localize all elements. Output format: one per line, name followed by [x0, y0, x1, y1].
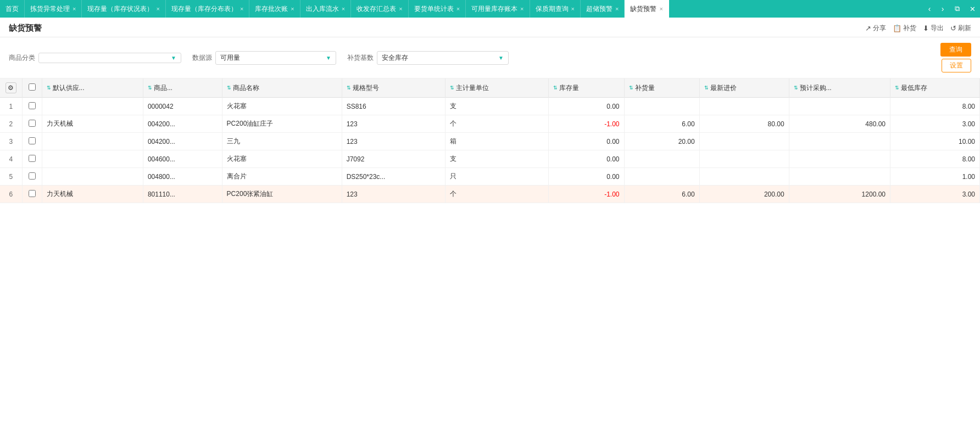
row-num-4: 4 — [0, 150, 22, 168]
tab-available[interactable]: 可用量库存账本 × — [466, 0, 530, 18]
tab-available-close[interactable]: × — [520, 5, 524, 12]
row-num-6: 6 — [0, 186, 22, 203]
tab-collect-close[interactable]: × — [399, 5, 402, 12]
col-supplier[interactable]: ⇅默认供应... — [42, 79, 143, 98]
row-checkbox-5[interactable] — [22, 168, 42, 186]
share-icon: ↗ — [865, 24, 871, 32]
data-table: ⚙ ⇅默认供应... ⇅商品... ⇅商品名称 ⇅规格型号 — [0, 79, 980, 203]
replenish-base-select[interactable]: 安全库存 ▼ — [377, 51, 509, 65]
row-unit-3: 箱 — [445, 133, 549, 150]
sort-icon: ⇅ — [553, 85, 558, 91]
row-latest-price-4 — [699, 150, 789, 168]
table-body: 1 0000042 火花塞 SS816 支 0.00 8.00 2 力天机械 0… — [0, 98, 980, 203]
refresh-btn[interactable]: ↺ 刷新 — [950, 24, 971, 33]
row-supplier-6: 力天机械 — [42, 186, 143, 203]
col-estimated[interactable]: ⇅预计采购... — [789, 79, 890, 98]
row-name-3: 三九 — [222, 133, 342, 150]
sort-icon: ⇅ — [895, 85, 899, 91]
row-checkbox-2[interactable] — [22, 115, 42, 133]
row-code-2: 004200... — [143, 115, 222, 133]
replenish-btn[interactable]: 📋 补货 — [893, 24, 916, 33]
sort-icon: ⇅ — [629, 85, 633, 91]
row-unit-5: 只 — [445, 168, 549, 186]
tab-restore-btn[interactable]: ⧉ — [949, 0, 965, 18]
row-estimated-3 — [789, 133, 890, 150]
sort-icon: ⇅ — [794, 85, 798, 91]
row-replenish-3: 20.00 — [624, 133, 699, 150]
tab-inventory-dist[interactable]: 现存量（库存分布表） × — [166, 0, 249, 18]
tab-shortage-close[interactable]: × — [659, 5, 662, 12]
col-unit[interactable]: ⇅主计量单位 — [445, 79, 549, 98]
tab-inout-close[interactable]: × — [342, 5, 345, 12]
row-checkbox-1[interactable] — [22, 98, 42, 115]
col-latest-price[interactable]: ⇅最新进价 — [699, 79, 789, 98]
column-settings-icon[interactable]: ⚙ — [5, 82, 16, 93]
row-num-1: 1 — [0, 98, 22, 115]
category-arrow-icon: ▼ — [171, 55, 176, 61]
table-row: 4 004600... 火花塞 J7092 支 0.00 8.00 — [0, 150, 980, 168]
row-replenish-5 — [624, 168, 699, 186]
tab-batch-close[interactable]: × — [291, 5, 294, 12]
row-replenish-1 — [624, 98, 699, 115]
row-supplier-5 — [42, 168, 143, 186]
tab-batch[interactable]: 库存批次账 × — [249, 0, 300, 18]
tab-shortage[interactable]: 缺货预警 × — [625, 0, 669, 18]
tab-overstock-close[interactable]: × — [615, 5, 619, 12]
tab-requisition-close[interactable]: × — [456, 5, 460, 12]
replenish-base-arrow-icon: ▼ — [498, 55, 504, 61]
tab-inventory-status[interactable]: 现存量（库存状况表） × — [82, 0, 165, 18]
tab-expiry[interactable]: 保质期查询 × — [530, 0, 581, 18]
row-checkbox-4[interactable] — [22, 150, 42, 168]
tab-next-btn[interactable]: › — [936, 0, 949, 18]
row-min-stock-3: 10.00 — [890, 133, 980, 150]
row-checkbox-3[interactable] — [22, 133, 42, 150]
row-checkbox-6[interactable] — [22, 186, 42, 203]
table-row: 5 004800... 离合片 DS250*23c... 只 0.00 1.00 — [0, 168, 980, 186]
col-stock[interactable]: ⇅库存量 — [549, 79, 624, 98]
tab-requisition[interactable]: 要货单统计表 × — [409, 0, 466, 18]
select-all-checkbox[interactable] — [29, 83, 36, 91]
query-button[interactable]: 查询 — [940, 43, 971, 57]
row-latest-price-3 — [699, 133, 789, 150]
share-btn[interactable]: ↗ 分享 — [865, 24, 886, 33]
row-name-4: 火花塞 — [222, 150, 342, 168]
tab-collect[interactable]: 收发存汇总表 × — [351, 0, 408, 18]
replenish-base-filter-group: 补货基数 安全库存 ▼ — [347, 51, 509, 65]
settings-button[interactable]: 设置 — [942, 59, 971, 72]
row-name-2: PC200油缸庄子 — [222, 115, 342, 133]
tab-inventory-dist-close[interactable]: × — [240, 5, 243, 12]
tab-expiry-close[interactable]: × — [571, 5, 575, 12]
sort-icon: ⇅ — [227, 85, 231, 91]
row-name-5: 离合片 — [222, 168, 342, 186]
row-min-stock-5: 1.00 — [890, 168, 980, 186]
row-spec-1: SS816 — [342, 98, 445, 115]
tab-home[interactable]: 首页 — [0, 0, 25, 18]
replenish-icon: 📋 — [893, 24, 901, 32]
replenish-base-value: 安全库存 — [382, 53, 408, 63]
row-unit-2: 个 — [445, 115, 549, 133]
col-replenish[interactable]: ⇅补货量 — [624, 79, 699, 98]
row-estimated-2: 480.00 — [789, 115, 890, 133]
page-header: 缺货预警 ↗ 分享 📋 补货 ⬇ 导出 ↺ 刷新 — [0, 18, 980, 37]
export-btn[interactable]: ⬇ 导出 — [923, 24, 944, 33]
category-select[interactable]: ▼ — [38, 53, 181, 63]
row-num-2: 2 — [0, 115, 22, 133]
row-stock-2: -1.00 — [549, 115, 624, 133]
row-min-stock-1: 8.00 — [890, 98, 980, 115]
tab-exception[interactable]: 拣货异常处理 × — [25, 0, 82, 18]
row-stock-5: 0.00 — [549, 168, 624, 186]
col-min-stock[interactable]: ⇅最低库存 — [890, 79, 980, 98]
tab-exception-close[interactable]: × — [73, 5, 76, 12]
table-row: 6 力天机械 801110... PC200张紧油缸 123 个 -1.00 6… — [0, 186, 980, 203]
col-spec[interactable]: ⇅规格型号 — [342, 79, 445, 98]
col-code[interactable]: ⇅商品... — [143, 79, 222, 98]
row-supplier-1 — [42, 98, 143, 115]
tab-close-all-btn[interactable]: ✕ — [965, 0, 980, 18]
tab-inventory-status-close[interactable]: × — [156, 5, 159, 12]
datasource-select[interactable]: 可用量 ▼ — [215, 51, 336, 65]
row-num-5: 5 — [0, 168, 22, 186]
col-name[interactable]: ⇅商品名称 — [222, 79, 342, 98]
tab-prev-btn[interactable]: ‹ — [923, 0, 936, 18]
tab-overstock[interactable]: 超储预警 × — [581, 0, 625, 18]
tab-inout-flow[interactable]: 出入库流水 × — [300, 0, 351, 18]
